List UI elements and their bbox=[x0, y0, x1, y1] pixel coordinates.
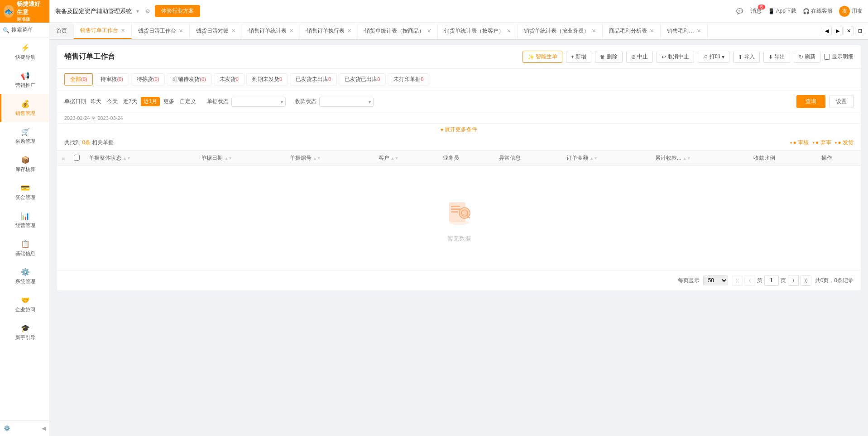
delete-btn[interactable]: 🗑 删除 bbox=[595, 51, 623, 63]
subtab-shipped-no-stock[interactable]: 已发货未出库0 bbox=[290, 73, 337, 85]
th-amount[interactable]: 订单金额▲▼ bbox=[562, 151, 651, 166]
payment-select[interactable] bbox=[319, 97, 374, 107]
page-first-btn[interactable]: ⟨⟨ bbox=[732, 275, 743, 286]
tab-home[interactable]: 首页 bbox=[50, 24, 74, 38]
print-btn[interactable]: 🖨 打印 ▾ bbox=[698, 51, 729, 63]
payment-filter-group: 收款状态 bbox=[295, 97, 374, 107]
tab-sales-stat[interactable]: 销售订单统计表 ✕ bbox=[242, 24, 300, 38]
th-date[interactable]: 单据日期▲▼ bbox=[197, 151, 285, 166]
online-service[interactable]: 🎧 在线客服 bbox=[803, 7, 833, 15]
subtab-pending-inspect[interactable]: 待拣货(0) bbox=[131, 73, 165, 85]
date-last1m[interactable]: 近1月 bbox=[141, 97, 160, 106]
abandon-action-btn[interactable]: ● 弃审 bbox=[812, 139, 831, 147]
sidebar-item-corp[interactable]: 🤝 企业协同 bbox=[0, 290, 49, 318]
sidebar-item-operations[interactable]: 📊 经营管理 bbox=[0, 206, 49, 234]
tab-fullscreen[interactable]: ⊞ bbox=[855, 27, 865, 35]
date-custom[interactable]: 自定义 bbox=[178, 97, 198, 106]
status-select[interactable] bbox=[231, 97, 286, 107]
smart-create-btn[interactable]: ✨ 智能生单 bbox=[523, 51, 562, 63]
stop-btn[interactable]: ⊘ 中止 bbox=[626, 51, 653, 63]
import-btn[interactable]: ⬆ 导入 bbox=[733, 51, 760, 63]
sidebar-item-marketing[interactable]: 📢 营销推广 bbox=[0, 66, 49, 94]
page-prev-btn[interactable]: ⟨ bbox=[744, 275, 755, 286]
page-last-btn[interactable]: ⟩⟩ bbox=[801, 275, 811, 286]
tab-sales-summary-customer[interactable]: 销货单统计表（按客户） ✕ bbox=[438, 24, 518, 38]
user-menu[interactable]: 友 用友 bbox=[839, 6, 863, 17]
show-detail-label[interactable]: 显示明细 bbox=[824, 53, 854, 61]
tab-sales-order[interactable]: 销售订单工作台 ✕ bbox=[74, 23, 132, 39]
date-more[interactable]: 更多 bbox=[162, 97, 176, 106]
sidebar-item-purchase[interactable]: 🛒 采购管理 bbox=[0, 122, 49, 150]
date-today[interactable]: 今天 bbox=[105, 97, 120, 106]
sidebar-item-guide[interactable]: 🎓 新手引导 bbox=[0, 318, 49, 346]
th-abnormal[interactable]: 异常信息 bbox=[494, 151, 562, 166]
subtab-not-shipped[interactable]: 未发货0 bbox=[214, 73, 245, 85]
tab-sales-summary-staff-close[interactable]: ✕ bbox=[592, 28, 596, 34]
tab-sales-stat-close[interactable]: ✕ bbox=[289, 28, 293, 34]
per-page-select[interactable]: 50 10 20 100 bbox=[703, 275, 728, 285]
date-yesterday[interactable]: 昨天 bbox=[89, 97, 103, 106]
subtab-shipped-out-stock[interactable]: 已发货已出库0 bbox=[339, 73, 386, 85]
review-action-btn[interactable]: ● 审核 bbox=[790, 139, 809, 147]
th-staff[interactable]: 业务员 bbox=[438, 151, 494, 166]
industry-btn[interactable]: 体验行业方案 bbox=[155, 5, 200, 17]
th-customer[interactable]: 客户▲▼ bbox=[374, 151, 439, 166]
tab-sales-summary-product-close[interactable]: ✕ bbox=[427, 28, 431, 34]
sidebar-item-sales[interactable]: 💰 销售管理 bbox=[0, 94, 49, 122]
th-ratio[interactable]: 收款比例 bbox=[749, 151, 817, 166]
ship-action-btn[interactable]: ● 发货 bbox=[835, 139, 854, 147]
tab-sales-order-close[interactable]: ✕ bbox=[121, 28, 125, 33]
subtab-unprinted[interactable]: 未打印单据0 bbox=[388, 73, 429, 85]
th-status[interactable]: 单据整体状态▲▼ bbox=[84, 151, 197, 166]
th-number[interactable]: 单据编号▲▼ bbox=[285, 151, 374, 166]
subtab-all[interactable]: 全部(0) bbox=[64, 73, 93, 85]
tab-product-margin-close[interactable]: ✕ bbox=[650, 28, 654, 34]
sidebar-item-quick-nav[interactable]: ⚡ 快捷导航 bbox=[0, 38, 49, 66]
tab-sales-summary-staff[interactable]: 销货单统计表（按业务员） ✕ bbox=[518, 24, 603, 38]
sidebar-item-basic-info[interactable]: 📋 基础信息 bbox=[0, 234, 49, 262]
guide-icon: 🎓 bbox=[21, 324, 30, 332]
th-collected[interactable]: 累计收款...▲▼ bbox=[651, 151, 749, 166]
refresh-btn[interactable]: ↻ 刷新 bbox=[794, 51, 820, 63]
tab-sales-summary-product[interactable]: 销货单统计表（按商品） ✕ bbox=[358, 24, 438, 38]
gear-icon[interactable]: ⚙ bbox=[145, 8, 150, 14]
export-btn[interactable]: ⬇ 导出 bbox=[763, 51, 790, 63]
tab-sales-profit-close[interactable]: ✕ bbox=[697, 28, 701, 34]
tab-next[interactable]: ▶ bbox=[833, 27, 843, 35]
tab-close-all[interactable]: ✕ bbox=[844, 27, 854, 35]
sidebar-item-system[interactable]: ⚙️ 系统管理 bbox=[0, 262, 49, 290]
subtab-wangpu[interactable]: 旺铺待发货(0) bbox=[167, 73, 211, 85]
setting-btn[interactable]: 设置 bbox=[829, 95, 854, 108]
sidebar-item-inventory[interactable]: 📦 库存核算 bbox=[0, 150, 49, 178]
add-btn[interactable]: + 新增 bbox=[566, 51, 591, 63]
tab-sales-exec[interactable]: 销售订单执行表 ✕ bbox=[300, 24, 358, 38]
tab-cash-daily[interactable]: 钱货日清工作台 ✕ bbox=[132, 24, 190, 38]
date-last7[interactable]: 近7天 bbox=[121, 97, 139, 106]
subtab-expired[interactable]: 到期未发货0 bbox=[246, 73, 288, 85]
select-all-checkbox[interactable] bbox=[74, 155, 80, 161]
collapse-icon[interactable]: ◀ bbox=[42, 425, 46, 431]
tab-sales-exec-close[interactable]: ✕ bbox=[347, 28, 351, 34]
cancel-stop-btn[interactable]: ↩ 取消中止 bbox=[657, 51, 694, 63]
th-checkbox[interactable] bbox=[69, 151, 84, 166]
tab-cash-daily-close[interactable]: ✕ bbox=[179, 28, 183, 34]
search-menu[interactable]: 🔍 搜索菜单 bbox=[0, 23, 49, 38]
page-next-btn[interactable]: ⟩ bbox=[788, 275, 799, 286]
tab-sales-profit[interactable]: 销售毛利… ✕ bbox=[661, 24, 708, 38]
th-status-sort: ▲▼ bbox=[123, 156, 131, 161]
page-input[interactable] bbox=[764, 275, 779, 286]
tab-cash-reconcile-close[interactable]: ✕ bbox=[231, 28, 235, 34]
query-btn[interactable]: 查询 bbox=[796, 95, 825, 108]
settings-icon[interactable]: ⚙️ bbox=[4, 425, 10, 431]
expand-conditions-btn[interactable]: ▾ 展开更多条件 bbox=[441, 126, 477, 133]
tab-prev[interactable]: ◀ bbox=[822, 27, 832, 35]
dropdown-icon[interactable]: ▾ bbox=[136, 8, 139, 14]
app-download[interactable]: 📱 App下载 bbox=[768, 7, 796, 15]
sidebar-item-finance[interactable]: 💳 资金管理 bbox=[0, 178, 49, 206]
tab-sales-summary-customer-close[interactable]: ✕ bbox=[507, 28, 511, 34]
tab-product-margin[interactable]: 商品毛利分析表 ✕ bbox=[603, 24, 661, 38]
subtab-pending-review[interactable]: 待审核(0) bbox=[95, 73, 129, 85]
show-detail-checkbox[interactable] bbox=[824, 54, 830, 60]
tab-cash-reconcile[interactable]: 钱货日清对账 ✕ bbox=[190, 24, 242, 38]
message-icon-wrap[interactable]: 💬 6 消息 bbox=[736, 7, 762, 15]
